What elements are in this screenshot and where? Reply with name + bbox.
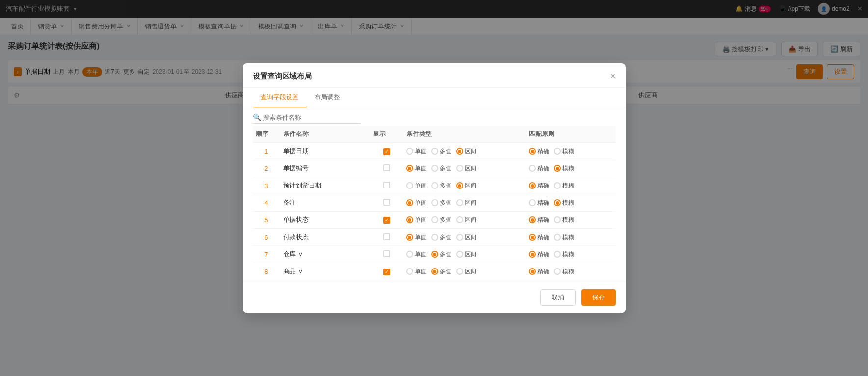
dialog-tab-layout-adjust[interactable]: 布局调整 <box>307 88 348 107</box>
modal-overlay: 设置查询区域布局 × 查询字段设置 布局调整 🔍 <box>0 0 868 110</box>
dialog-header: 设置查询区域布局 × <box>243 63 626 88</box>
dialog-tabs: 查询字段设置 布局调整 <box>243 88 626 107</box>
dialog-tab-layout-adjust-label: 布局调整 <box>315 93 340 101</box>
dialog: 设置查询区域布局 × 查询字段设置 布局调整 🔍 <box>243 63 626 110</box>
dialog-tab-query-fields-label: 查询字段设置 <box>261 93 299 101</box>
dialog-close-btn[interactable]: × <box>610 71 616 81</box>
dialog-search-area: 🔍 <box>243 107 626 110</box>
dialog-tab-query-fields[interactable]: 查询字段设置 <box>253 88 307 107</box>
dialog-title: 设置查询区域布局 <box>253 72 312 81</box>
